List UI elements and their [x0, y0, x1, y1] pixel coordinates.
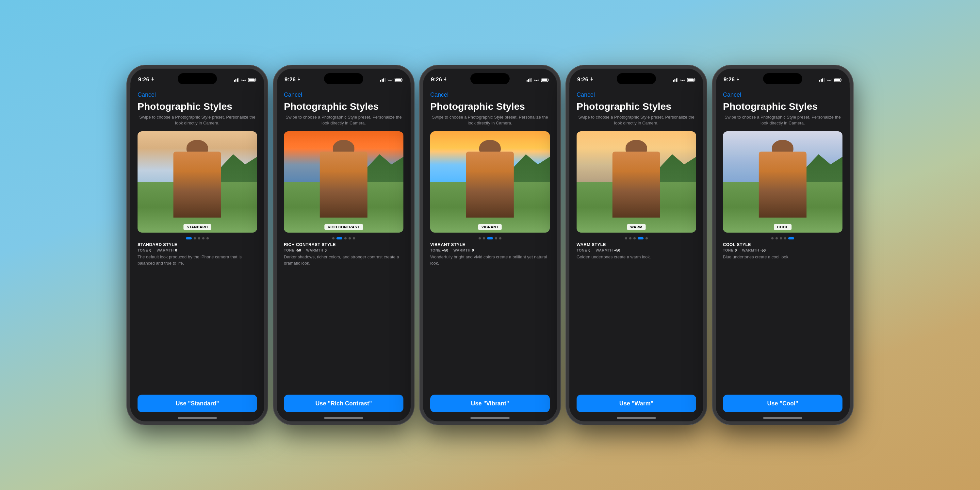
photo-scene: STANDARD [137, 131, 257, 232]
cancel-button[interactable]: Cancel [284, 91, 403, 98]
dynamic-island [324, 73, 363, 84]
photo-figure [320, 151, 368, 218]
cancel-button[interactable]: Cancel [723, 91, 843, 98]
carousel-dots [284, 237, 403, 239]
warmth-label: WARMTH [306, 248, 323, 252]
page-subtitle: Swipe to choose a Photographic Style pre… [723, 115, 843, 126]
svg-rect-6 [249, 78, 255, 81]
cancel-button[interactable]: Cancel [430, 91, 550, 98]
warmth-label: WARMTH [453, 248, 471, 252]
photo-container: STANDARD [137, 131, 257, 232]
svg-rect-31 [824, 78, 825, 82]
carousel-dot-1 [483, 237, 485, 239]
carousel-dot-3 [638, 237, 644, 239]
style-name: COOL STYLE [723, 242, 843, 247]
carousel-dot-2 [780, 237, 782, 239]
figure-body [759, 151, 807, 218]
tone-row: TONE -50 WARMTH 0 [284, 248, 403, 252]
phone-device-cool: 9:26 Cancel Photographic Styles Swipe to… [713, 65, 853, 425]
svg-rect-20 [542, 78, 547, 81]
svg-rect-13 [395, 78, 401, 81]
carousel-dot-0 [186, 237, 192, 239]
tone-label: TONE [577, 248, 587, 252]
svg-rect-22 [675, 79, 676, 82]
phone-device-standard: 9:26 Cancel Photographic Styles Swipe to… [127, 65, 267, 425]
status-icons [234, 78, 256, 82]
status-time: 9:26 [431, 76, 447, 83]
style-info: STANDARD STYLE TONE 0 WARMTH 0 The defau… [137, 242, 257, 391]
svg-rect-1 [235, 79, 237, 82]
status-time: 9:26 [285, 76, 301, 83]
photo-scene: VIBRANT [430, 131, 550, 232]
phone-standard: 9:26 Cancel Photographic Styles Swipe to… [127, 65, 267, 425]
style-name: VIBRANT STYLE [430, 242, 550, 247]
carousel-dot-0 [479, 237, 481, 239]
use-style-button[interactable]: Use "Cool" [723, 395, 843, 412]
home-indicator [324, 417, 363, 419]
home-indicator [617, 417, 656, 419]
phone-device-warm: 9:26 Cancel Photographic Styles Swipe to… [566, 65, 706, 425]
page-title: Photographic Styles [723, 101, 843, 112]
style-label: COOL [774, 224, 792, 230]
phone-device-vibrant: 9:26 Cancel Photographic Styles Swipe to… [420, 65, 560, 425]
dynamic-island [470, 73, 510, 84]
style-label: STANDARD [184, 224, 212, 230]
tone-value: +50 [442, 248, 448, 252]
warmth-item: WARMTH -50 [742, 248, 765, 252]
carousel-dot-4 [207, 237, 209, 239]
screen-content: Cancel Photographic Styles Swipe to choo… [130, 88, 264, 422]
svg-rect-0 [234, 80, 235, 82]
tone-label: TONE [284, 248, 294, 252]
dynamic-island [763, 73, 802, 84]
svg-rect-27 [688, 78, 694, 81]
tone-row: TONE +50 WARMTH 0 [430, 248, 550, 252]
carousel-dot-1 [194, 237, 196, 239]
warmth-value: 0 [472, 248, 474, 252]
use-style-button[interactable]: Use "Warm" [577, 395, 696, 412]
photo-scene: COOL [723, 131, 843, 232]
carousel-dot-0 [771, 237, 773, 239]
use-style-button[interactable]: Use "Standard" [137, 395, 257, 412]
carousel-dot-2 [198, 237, 200, 239]
svg-rect-33 [841, 79, 842, 81]
style-description: Wonderfully bright and vivid colors crea… [430, 254, 550, 266]
carousel-dot-3 [495, 237, 497, 239]
page-title: Photographic Styles [284, 101, 403, 112]
svg-rect-28 [819, 80, 820, 82]
tone-row: TONE 0 WARMTH -50 [723, 248, 843, 252]
style-label: VIBRANT [478, 224, 502, 230]
svg-rect-15 [528, 79, 529, 82]
style-info: COOL STYLE TONE 0 WARMTH -50 Blue undert… [723, 242, 843, 391]
svg-rect-17 [531, 78, 532, 82]
carousel-dot-0 [625, 237, 627, 239]
carousel-dots [430, 237, 550, 239]
svg-rect-5 [256, 79, 256, 81]
status-icons [819, 78, 842, 82]
svg-rect-34 [834, 78, 840, 81]
style-label: RICH CONTRAST [325, 224, 363, 230]
screen-content: Cancel Photographic Styles Swipe to choo… [423, 88, 557, 422]
page-title: Photographic Styles [430, 101, 550, 112]
style-description: The default look produced by the iPhone … [137, 254, 257, 266]
page-subtitle: Swipe to choose a Photographic Style pre… [577, 115, 696, 126]
style-info: RICH CONTRAST STYLE TONE -50 WARMTH 0 Da… [284, 242, 403, 391]
svg-rect-24 [678, 78, 678, 82]
dynamic-island [617, 73, 656, 84]
svg-rect-19 [549, 79, 549, 81]
warmth-value: -50 [760, 248, 766, 252]
carousel-dots [577, 237, 696, 239]
tone-item: TONE -50 [284, 248, 301, 252]
figure-body [466, 151, 514, 218]
photo-figure [612, 151, 660, 218]
screen-content: Cancel Photographic Styles Swipe to choo… [570, 88, 703, 422]
phone-warm: 9:26 Cancel Photographic Styles Swipe to… [566, 65, 706, 425]
figure-body [612, 151, 660, 218]
use-style-button[interactable]: Use "Rich Contrast" [284, 395, 403, 412]
cancel-button[interactable]: Cancel [577, 91, 696, 98]
carousel-dot-3 [784, 237, 786, 239]
use-style-button[interactable]: Use "Vibrant" [430, 395, 550, 412]
svg-rect-14 [527, 80, 528, 82]
cancel-button[interactable]: Cancel [137, 91, 257, 98]
carousel-dot-2 [633, 237, 636, 239]
tone-value: 0 [735, 248, 737, 252]
